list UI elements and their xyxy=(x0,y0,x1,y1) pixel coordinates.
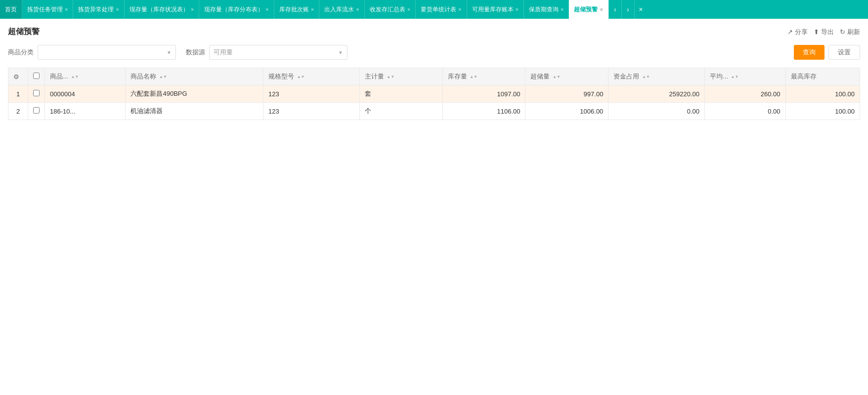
tab-overstock[interactable]: 超储预警 × xyxy=(569,0,608,19)
nav-prev-arrow[interactable]: ‹ xyxy=(608,0,621,19)
col-capital-label: 资金占用 xyxy=(613,73,639,80)
row-num-2: 2 xyxy=(8,103,28,120)
col-capital[interactable]: 资金占用 ▲▼ xyxy=(608,68,705,85)
row-select-1[interactable] xyxy=(33,90,40,96)
tab-overstock-label: 超储预警 xyxy=(574,5,598,14)
col-avg-label: 平均... xyxy=(710,73,728,80)
sort-icon-unit: ▲▼ xyxy=(387,75,394,79)
row-max-stock-1: 100.00 xyxy=(785,85,860,103)
tab-order-stat-label: 要货单统计表 xyxy=(421,5,456,14)
tab-order-stat[interactable]: 要货单统计表 × xyxy=(416,0,467,19)
category-filter: 商品分类 ▼ xyxy=(8,45,176,60)
table-settings-icon[interactable]: ⚙ xyxy=(13,73,19,80)
refresh-icon: ↻ xyxy=(840,28,845,36)
data-table: ⚙ 商品... ▲▼ 商品名称 ▲▼ 规格型号 ▲▼ 主计 xyxy=(8,68,860,120)
datasource-select[interactable]: 可用量 ▼ xyxy=(209,45,347,60)
col-settings[interactable]: ⚙ xyxy=(8,68,28,85)
col-product-code-label: 商品... xyxy=(50,73,68,80)
page-header: 超储预警 ↗ 分享 ⬆ 导出 ↻ 刷新 xyxy=(8,27,860,37)
col-avg[interactable]: 平均... ▲▼ xyxy=(705,68,785,85)
share-icon: ↗ xyxy=(787,28,793,36)
refresh-button[interactable]: ↻ 刷新 xyxy=(840,28,860,37)
row-stock-2: 1106.00 xyxy=(442,103,525,120)
tab-inout-label: 出入库流水 xyxy=(324,5,354,14)
tab-collect[interactable]: 收发存汇总表 × xyxy=(365,0,416,19)
tab-overstock-close[interactable]: × xyxy=(600,6,603,12)
category-select[interactable]: ▼ xyxy=(38,45,176,60)
row-product-code-2: 186-10... xyxy=(45,103,126,120)
refresh-label: 刷新 xyxy=(847,28,860,37)
tab-batch-close[interactable]: × xyxy=(311,6,314,12)
col-product-name[interactable]: 商品名称 ▲▼ xyxy=(126,68,263,85)
tab-abnormal-label: 拣货异常处理 xyxy=(78,5,114,14)
tab-task-close[interactable]: × xyxy=(65,6,68,12)
col-product-name-label: 商品名称 xyxy=(130,73,156,80)
settings-button[interactable]: 设置 xyxy=(828,45,860,60)
col-unit-label: 主计量 xyxy=(365,73,384,80)
tab-inout[interactable]: 出入库流水 × xyxy=(319,0,364,19)
export-button[interactable]: ⬆ 导出 xyxy=(814,28,834,37)
tab-task[interactable]: 拣货任务管理 × xyxy=(22,0,73,19)
row-capital-1: 259220.00 xyxy=(608,85,705,103)
row-checkbox-1[interactable] xyxy=(28,85,45,103)
table-header: ⚙ 商品... ▲▼ 商品名称 ▲▼ 规格型号 ▲▼ 主计 xyxy=(8,68,860,85)
row-product-name-1: 六配套新昌490BPG xyxy=(126,85,263,103)
filter-row: 商品分类 ▼ 数据源 可用量 ▼ 查询 设置 xyxy=(8,45,860,60)
row-unit-1: 套 xyxy=(359,85,442,103)
category-filter-label: 商品分类 xyxy=(8,48,34,57)
table-body: 1 0000004 六配套新昌490BPG 123 套 1097.00 997.… xyxy=(8,85,860,120)
tab-home[interactable]: 首页 xyxy=(0,0,22,19)
tab-inventory-status-close[interactable]: × xyxy=(191,6,194,12)
tab-inventory-dist[interactable]: 现存量（库存分布表） × xyxy=(199,0,274,19)
tab-abnormal-close[interactable]: × xyxy=(116,6,119,12)
col-max-stock-label: 最高库存 xyxy=(791,73,817,80)
tab-batch-label: 库存批次账 xyxy=(279,5,309,14)
col-product-code[interactable]: 商品... ▲▼ xyxy=(45,68,126,85)
row-avg-2: 0.00 xyxy=(705,103,785,120)
nav-next-arrow[interactable]: › xyxy=(621,0,634,19)
tab-inventory-dist-label: 现存量（库存分布表） xyxy=(204,5,263,14)
sort-icon-overstock: ▲▼ xyxy=(553,75,561,79)
row-checkbox-2[interactable] xyxy=(28,103,45,120)
page-title: 超储预警 xyxy=(8,27,40,37)
tab-inout-close[interactable]: × xyxy=(356,6,359,12)
row-overstock-2: 1006.00 xyxy=(525,103,608,120)
tab-batch[interactable]: 库存批次账 × xyxy=(274,0,319,19)
table-row: 2 186-10... 机油滤清器 123 个 1106.00 1006.00 … xyxy=(8,103,860,120)
top-navigation: 首页 拣货任务管理 × 拣货异常处理 × 现存量（库存状况表） × 现存量（库存… xyxy=(0,0,868,19)
tab-inventory-status[interactable]: 现存量（库存状况表） × xyxy=(125,0,199,19)
row-select-2[interactable] xyxy=(33,107,40,114)
col-stock[interactable]: 库存量 ▲▼ xyxy=(442,68,525,85)
tab-inventory-status-label: 现存量（库存状况表） xyxy=(130,5,189,14)
table-header-row: ⚙ 商品... ▲▼ 商品名称 ▲▼ 规格型号 ▲▼ 主计 xyxy=(8,68,860,85)
nav-more-arrow[interactable]: × xyxy=(634,0,647,19)
sort-icon-avg: ▲▼ xyxy=(731,75,739,79)
export-icon: ⬆ xyxy=(814,28,819,36)
export-label: 导出 xyxy=(821,28,834,37)
tab-quality[interactable]: 保质期查询 × xyxy=(524,0,569,19)
datasource-select-value: 可用量 xyxy=(214,48,233,57)
row-stock-1: 1097.00 xyxy=(442,85,525,103)
col-stock-label: 库存量 xyxy=(448,73,467,80)
tab-home-label: 首页 xyxy=(5,5,17,14)
share-label: 分享 xyxy=(795,28,808,37)
datasource-filter: 数据源 可用量 ▼ xyxy=(186,45,347,60)
tab-quality-close[interactable]: × xyxy=(561,6,564,12)
col-unit[interactable]: 主计量 ▲▼ xyxy=(359,68,442,85)
query-button[interactable]: 查询 xyxy=(794,45,825,60)
tab-inventory-dist-close[interactable]: × xyxy=(265,6,268,12)
row-overstock-1: 997.00 xyxy=(525,85,608,103)
col-select-all[interactable] xyxy=(28,68,45,85)
col-spec[interactable]: 规格型号 ▲▼ xyxy=(263,68,360,85)
col-overstock-label: 超储量 xyxy=(530,73,550,80)
share-button[interactable]: ↗ 分享 xyxy=(787,28,808,37)
select-all-checkbox[interactable] xyxy=(33,73,40,79)
tab-available-close[interactable]: × xyxy=(516,6,519,12)
col-overstock[interactable]: 超储量 ▲▼ xyxy=(525,68,608,85)
tab-abnormal[interactable]: 拣货异常处理 × xyxy=(73,0,124,19)
tab-order-stat-close[interactable]: × xyxy=(458,6,461,12)
tab-available[interactable]: 可用量库存账本 × xyxy=(467,0,524,19)
tab-collect-close[interactable]: × xyxy=(407,6,410,12)
sort-icon-capital: ▲▼ xyxy=(642,75,650,79)
datasource-select-arrow-icon: ▼ xyxy=(338,50,343,55)
